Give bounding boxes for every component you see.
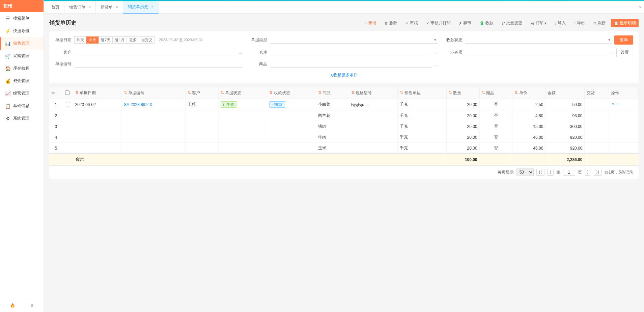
add-button[interactable]: + 新增: [362, 19, 379, 27]
sidebar-fire-btn[interactable]: 🔥: [9, 302, 17, 309]
th-doc-no[interactable]: ⇅ 单据编号: [122, 87, 186, 99]
page-first-btn[interactable]: ⟨⟨: [536, 169, 544, 176]
tab-sales-history-close[interactable]: ×: [151, 5, 153, 9]
sidebar-item-basic-info[interactable]: 📋 基础信息: [0, 100, 44, 112]
date-yesterday-btn[interactable]: 昨天: [74, 36, 86, 44]
select-all-checkbox[interactable]: [65, 90, 69, 95]
th-settings[interactable]: ⚙: [49, 87, 63, 99]
th-operation-label: 操作: [611, 90, 619, 95]
collect-button[interactable]: 💲 收款: [477, 19, 496, 27]
filter-payment-status-label: 收款状态: [446, 37, 463, 43]
filter-salesperson-input[interactable]: [465, 49, 608, 56]
filter-goods-input[interactable]: [270, 60, 432, 68]
th-transaction[interactable]: 交货: [585, 87, 609, 99]
print-button[interactable]: 🖨 打印 ▾: [528, 19, 549, 27]
import-button[interactable]: ↓ 导入: [552, 19, 568, 27]
filter-salesperson-ellipsis[interactable]: ...: [610, 50, 614, 55]
tab-home[interactable]: 首页: [47, 1, 64, 14]
filter-doc-no-input[interactable]: [74, 60, 242, 68]
per-page-select[interactable]: 10 20 50 100: [516, 168, 534, 176]
row-checkbox[interactable]: [66, 102, 70, 106]
collapse-label: 收起更多条件: [333, 72, 358, 78]
tab-sales-history[interactable]: 销货单历史 ×: [123, 1, 159, 14]
abandon-button[interactable]: ✗ 弃审: [456, 19, 474, 27]
th-doc-status[interactable]: ⇅ 单据状态: [218, 87, 267, 99]
filter-payment-status-select[interactable]: ▾: [465, 36, 612, 44]
export-label: 导出: [577, 20, 585, 26]
th-goods[interactable]: ⇅ 商品: [316, 87, 349, 99]
th-amount[interactable]: 金额: [545, 87, 585, 99]
cell-checkbox[interactable]: [63, 99, 73, 110]
th-quantity[interactable]: ⇅ 数量: [446, 87, 479, 99]
th-gift[interactable]: ⇅ 赠品: [479, 87, 512, 99]
filter-customer-input[interactable]: [74, 49, 236, 56]
cell-checkbox[interactable]: [63, 132, 73, 143]
page-last-btn[interactable]: ⟩⟩: [594, 169, 602, 176]
sidebar-item-finance-mgmt-label: 资金管理: [13, 78, 29, 84]
sidebar-item-sys-mgmt[interactable]: ⚙ 系统管理: [0, 112, 44, 125]
search-menu-icon: ☰: [5, 16, 10, 21]
th-sales-unit[interactable]: ⇅ 销售单位: [398, 87, 447, 99]
sidebar-item-search-menu[interactable]: ☰ 搜索菜单: [0, 12, 44, 25]
query-button[interactable]: 查询: [614, 35, 633, 45]
filter-goods-ellipsis[interactable]: ...: [434, 62, 438, 67]
sidebar-item-purchase-mgmt[interactable]: 🛒 采购管理: [0, 50, 44, 62]
date-today-btn[interactable]: 今天: [86, 36, 99, 44]
cell-gift: 否: [479, 132, 512, 143]
tab-sales-order-close[interactable]: ×: [89, 5, 91, 9]
tab-sales-order[interactable]: 销售订单 ×: [64, 1, 96, 14]
export-button[interactable]: ↑ 导出: [571, 19, 588, 27]
date-custom-btn[interactable]: 自定义: [139, 36, 155, 44]
op-more-btn[interactable]: ⋯: [616, 102, 622, 107]
op-edit-btn[interactable]: ✎: [611, 102, 616, 107]
audit-print-button[interactable]: ✓ 审核并打印: [423, 19, 453, 27]
settings-button[interactable]: 设置: [616, 48, 633, 57]
sidebar-item-finance-mgmt[interactable]: 💰 资金管理: [0, 75, 44, 87]
cell-checkbox[interactable]: [63, 121, 73, 132]
page-input[interactable]: [563, 169, 575, 176]
cell-unit-price: 46.00: [512, 143, 545, 154]
print-icon: 🖨: [530, 21, 534, 26]
sidebar-item-sales-mgmt[interactable]: 📊 销售管理: [0, 37, 44, 50]
add-icon: +: [365, 21, 367, 26]
filter-doc-type-select[interactable]: ▾: [270, 36, 438, 44]
cell-checkbox[interactable]: [63, 110, 73, 121]
audit-button[interactable]: ✓ 审核: [403, 19, 421, 27]
collapse-arrow-icon: ∧: [330, 73, 333, 78]
cell-sales-unit: 千克: [398, 110, 447, 121]
table-container: ⚙ ⇅ 单据日期 ⇅ 单据编号: [49, 87, 639, 179]
th-customer[interactable]: ⇅ 客户: [185, 87, 218, 99]
display-detail-button[interactable]: 📋 显示明细: [611, 19, 639, 27]
date-7days-btn[interactable]: 近7天: [99, 36, 113, 44]
cell-checkbox[interactable]: [63, 143, 73, 154]
th-doc-date[interactable]: ⇅ 单据日期: [73, 87, 122, 99]
table-settings-icon[interactable]: ⚙: [51, 91, 55, 96]
doc-no-link[interactable]: SA-20230602-0: [124, 102, 152, 107]
tab-sales-delivery[interactable]: 销货单 ×: [96, 1, 123, 14]
filter-warehouse-ellipsis[interactable]: ...: [434, 50, 438, 55]
th-checkbox[interactable]: [63, 87, 73, 99]
refresh-button[interactable]: ↻ 刷新: [590, 19, 608, 27]
date-more-btn[interactable]: 更多: [127, 36, 139, 44]
sidebar-item-inventory[interactable]: 🏠 库存核算: [0, 62, 44, 75]
th-unit-price[interactable]: ⇅ 单价: [512, 87, 545, 99]
cell-row-num: 2: [49, 110, 63, 121]
sidebar-pause-btn[interactable]: ⏸: [28, 302, 35, 309]
tabs-close-all[interactable]: ×: [639, 5, 641, 10]
sidebar-item-ops-mgmt[interactable]: 📈 经营管理: [0, 87, 44, 100]
sidebar-item-quick-nav[interactable]: ⚡ 快捷导航: [0, 25, 44, 37]
batch-change-button[interactable]: ⇄ 批量变更: [499, 19, 525, 27]
cell-operation: [609, 110, 639, 121]
page-next-btn[interactable]: ⟩: [585, 169, 591, 176]
sidebar-item-inventory-label: 库存核算: [13, 66, 29, 71]
delete-button[interactable]: 🗑 删除: [382, 19, 400, 27]
th-payment-status[interactable]: ⇅ 收款状态: [267, 87, 316, 99]
page-prev-btn[interactable]: ⟨: [547, 169, 554, 176]
date-1month-btn[interactable]: 近1月: [113, 36, 127, 44]
cell-row-num: 1: [49, 99, 63, 110]
collapse-button[interactable]: ∧ 收起更多条件: [55, 71, 633, 79]
filter-warehouse-input[interactable]: [270, 49, 432, 56]
th-spec-model[interactable]: ⇅ 规格型号: [349, 87, 398, 99]
filter-customer-ellipsis[interactable]: ...: [239, 50, 242, 55]
tab-sales-delivery-close[interactable]: ×: [116, 5, 118, 9]
